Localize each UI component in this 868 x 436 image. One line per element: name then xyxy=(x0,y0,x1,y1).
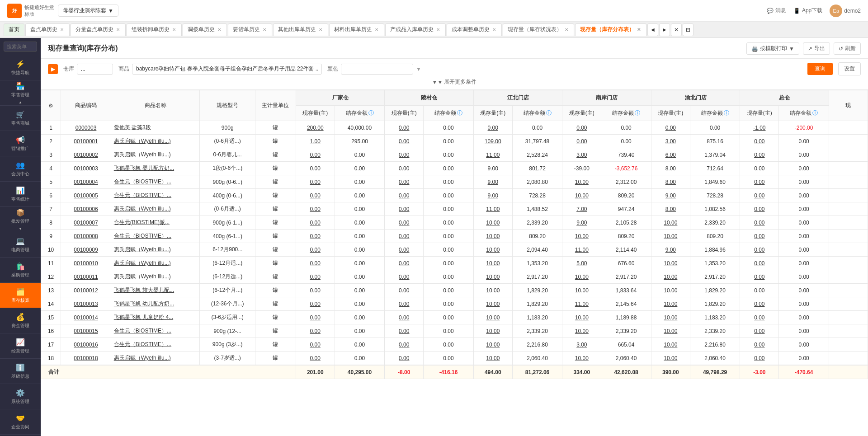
cell-code[interactable]: 00100016 xyxy=(61,338,111,352)
cell-nanan-qty[interactable]: 10.00 xyxy=(562,230,601,243)
cell-factory-qty[interactable]: 0.00 xyxy=(296,243,335,257)
settings-btn[interactable]: 设置 xyxy=(838,62,861,75)
cell-yubeimen-qty[interactable]: 0.00 xyxy=(651,121,690,135)
tab-home[interactable]: 首页 xyxy=(4,23,24,36)
cell-total-qty[interactable]: 0.00 xyxy=(740,230,779,243)
cell-code[interactable]: 00100002 xyxy=(61,148,111,162)
cell-factory-qty[interactable]: 0.00 xyxy=(296,230,335,243)
tab-finished-inbound[interactable]: 产成品入库单历史 ✕ xyxy=(385,23,446,36)
cell-factory-qty[interactable]: 1.00 xyxy=(296,135,335,148)
cell-total-qty[interactable]: 0.00 xyxy=(740,324,779,338)
cell-code[interactable]: 00100005 xyxy=(61,189,111,202)
cell-code[interactable]: 00100015 xyxy=(61,324,111,338)
cell-name[interactable]: 合生元（BIOSTIME）... xyxy=(111,338,200,352)
cell-jiangbei-qty[interactable]: 10.00 xyxy=(473,338,512,352)
cell-jiangbei-qty[interactable]: 109.00 xyxy=(473,135,512,148)
tab-close-all-btn[interactable]: ✕ xyxy=(671,23,682,36)
cell-name[interactable]: 飞鹤星飞帆 幼儿配方奶... xyxy=(111,297,200,311)
cell-nanan-qty[interactable]: 11.00 xyxy=(562,297,601,311)
tab-stock-distribution[interactable]: 现存量（库存分布表） ✕ xyxy=(575,23,646,36)
cell-mausoleum-qty[interactable]: 0.00 xyxy=(385,257,424,270)
cell-mausoleum-qty[interactable]: 0.00 xyxy=(385,284,424,297)
cell-total-qty[interactable]: 0.00 xyxy=(740,284,779,297)
search-input[interactable] xyxy=(4,42,37,52)
tab-requisition[interactable]: 要货单历史 ✕ xyxy=(228,23,272,36)
cell-jiangbei-qty[interactable]: 10.00 xyxy=(473,324,512,338)
user-profile[interactable]: Ea demo2 xyxy=(830,5,861,17)
tab-cost-adjust[interactable]: 成本调整单历史 ✕ xyxy=(447,23,502,36)
cell-total-qty[interactable]: 0.00 xyxy=(740,148,779,162)
tab-close-icon[interactable]: ✕ xyxy=(435,27,441,33)
cell-jiangbei-qty[interactable]: 10.00 xyxy=(473,270,512,284)
cell-code[interactable]: 00100018 xyxy=(61,352,111,366)
cell-total-qty[interactable]: 0.00 xyxy=(740,243,779,257)
cell-nanan-qty[interactable]: 7.00 xyxy=(562,202,601,216)
cell-factory-qty[interactable]: 0.00 xyxy=(296,338,335,352)
cell-factory-qty[interactable]: 0.00 xyxy=(296,311,335,324)
cell-nanan-qty[interactable]: 3.00 xyxy=(562,338,601,352)
cell-jiangbei-qty[interactable]: 11.00 xyxy=(473,202,512,216)
cell-mausoleum-qty[interactable]: 0.00 xyxy=(385,352,424,366)
cell-yubeimen-qty[interactable]: 10.00 xyxy=(651,297,690,311)
sidebar-item-purchase[interactable]: 🛍️ 采购管理 xyxy=(0,258,41,283)
cell-yubeimen-qty[interactable]: 10.00 xyxy=(651,230,690,243)
cell-jiangbei-qty[interactable]: 10.00 xyxy=(473,297,512,311)
sidebar-item-wholesale[interactable]: 📦 批发管理 ▼ xyxy=(0,207,41,232)
cell-jiangbei-qty[interactable]: 11.00 xyxy=(473,148,512,162)
cell-factory-qty[interactable]: 0.00 xyxy=(296,162,335,175)
toggle-filter-btn[interactable]: ▶ xyxy=(48,64,58,74)
cell-nanan-qty[interactable]: -39.00 xyxy=(562,162,601,175)
sidebar-item-operations[interactable]: 📈 经营管理 xyxy=(0,333,41,359)
cell-nanan-qty[interactable]: 9.00 xyxy=(562,216,601,230)
cell-mausoleum-qty[interactable]: 0.00 xyxy=(385,189,424,202)
cell-factory-qty[interactable]: 0.00 xyxy=(296,216,335,230)
tab-close-icon[interactable]: ✕ xyxy=(636,27,642,33)
tab-close-icon[interactable]: ✕ xyxy=(564,27,569,33)
cell-nanan-qty[interactable]: 10.00 xyxy=(562,324,601,338)
cell-yubeimen-qty[interactable]: 8.00 xyxy=(651,175,690,189)
sidebar-item-member[interactable]: 👥 会员中心 xyxy=(0,156,41,182)
tab-next-btn[interactable]: ▶ xyxy=(659,23,670,36)
cell-mausoleum-qty[interactable]: 0.00 xyxy=(385,216,424,230)
cell-yubeimen-qty[interactable]: 8.00 xyxy=(651,202,690,216)
print-btn[interactable]: 🖨️ 按模版打印 ▼ xyxy=(746,42,799,55)
cell-factory-qty[interactable]: 200.00 xyxy=(296,121,335,135)
cell-mausoleum-qty[interactable]: 0.00 xyxy=(385,324,424,338)
cell-nanan-qty[interactable]: 10.00 xyxy=(562,311,601,324)
sidebar-item-finance[interactable]: 💰 资金管理 xyxy=(0,308,41,333)
cell-name[interactable]: 合生元（BIOSTIME）... xyxy=(111,324,200,338)
tab-inventory-history[interactable]: 盘点单历史 ✕ xyxy=(25,23,70,36)
tab-transfer[interactable]: 调拨单历史 ✕ xyxy=(183,23,227,36)
cell-nanan-qty[interactable]: 5.00 xyxy=(562,257,601,270)
cell-total-qty[interactable]: 0.00 xyxy=(740,297,779,311)
tab-close-icon[interactable]: ✕ xyxy=(374,27,379,33)
cell-yubeimen-qty[interactable]: 10.00 xyxy=(651,352,690,366)
tab-assembly[interactable]: 组装拆卸单历史 ✕ xyxy=(127,23,182,36)
tab-close-icon[interactable]: ✕ xyxy=(171,27,177,33)
tab-stock-status[interactable]: 现存量（库存状况表） ✕ xyxy=(503,23,574,36)
tab-expand-btn[interactable]: ⊟ xyxy=(683,23,693,36)
tab-close-icon[interactable]: ✕ xyxy=(318,27,323,33)
cell-name[interactable]: 惠氏启赋（Wyeth illu...) xyxy=(111,148,200,162)
cell-name[interactable]: 合生元(BIOSTIME)派... xyxy=(111,216,200,230)
cell-yubeimen-qty[interactable]: 10.00 xyxy=(651,257,690,270)
cell-nanan-qty[interactable]: 10.00 xyxy=(562,270,601,284)
message-btn[interactable]: 💬 消息 xyxy=(767,7,786,14)
cell-code[interactable]: 00100006 xyxy=(61,202,111,216)
sidebar-item-quicknav[interactable]: ⚡ 快捷导航 xyxy=(0,55,41,80)
cell-nanan-qty[interactable]: 10.00 xyxy=(562,284,601,297)
cell-mausoleum-qty[interactable]: 0.00 xyxy=(385,270,424,284)
cell-nanan-qty[interactable]: 11.00 xyxy=(562,243,601,257)
cell-total-qty[interactable]: 0.00 xyxy=(740,175,779,189)
cell-factory-qty[interactable]: 0.00 xyxy=(296,202,335,216)
cell-jiangbei-qty[interactable]: 10.00 xyxy=(473,230,512,243)
cell-nanan-qty[interactable]: 10.00 xyxy=(562,189,601,202)
app-download-btn[interactable]: 📱 App下载 xyxy=(793,7,822,14)
cell-mausoleum-qty[interactable]: 0.00 xyxy=(385,311,424,324)
cell-yubeimen-qty[interactable]: 10.00 xyxy=(651,216,690,230)
cell-name[interactable]: 惠氏启赋（Wyeth illu...) xyxy=(111,135,200,148)
cell-code[interactable]: 00100014 xyxy=(61,311,111,324)
sidebar-item-inventory[interactable]: 🗂️ 库存核算 xyxy=(0,283,41,308)
cell-name[interactable]: 惠氏启赋（Wyeth illu...) xyxy=(111,243,200,257)
cell-nanan-qty[interactable]: 10.00 xyxy=(562,175,601,189)
